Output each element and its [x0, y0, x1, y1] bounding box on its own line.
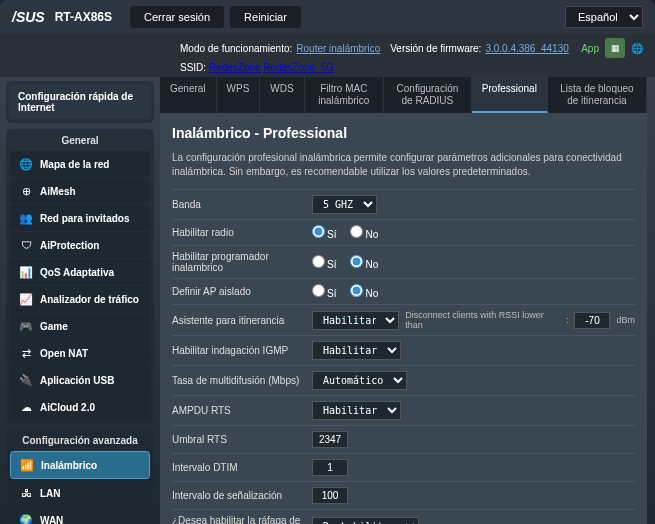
tab-general[interactable]: General	[160, 77, 217, 113]
mode-label: Modo de funcionamiento:	[180, 43, 292, 54]
nat-icon: ⇄	[18, 345, 34, 361]
sidebar-item-wireless[interactable]: 📶Inalámbrico	[10, 451, 150, 479]
sched-yes[interactable]: Sí	[312, 255, 336, 270]
shield-icon: 🛡	[18, 237, 34, 253]
sched-no[interactable]: No	[350, 255, 378, 270]
globe-icon[interactable]: 🌐	[631, 43, 643, 54]
dtim-input[interactable]	[312, 459, 348, 476]
mcast-select[interactable]: Automático	[312, 371, 407, 390]
sidebar-item-wan[interactable]: 🌍WAN	[10, 507, 150, 524]
wan-icon: 🌍	[18, 512, 34, 524]
sched-label: Habilitar programador inalambrico	[172, 251, 312, 273]
sidebar: Configuración rápida de Internet General…	[0, 77, 160, 524]
sidebar-item-lan[interactable]: 🖧LAN	[10, 480, 150, 506]
ssid-label: SSID:	[180, 62, 206, 73]
ssid-bar: SSID: RedesZone RedesZone_5G	[0, 62, 655, 77]
tab-professional[interactable]: Professional	[472, 77, 548, 113]
tab-wds[interactable]: WDS	[260, 77, 304, 113]
roam-hint: Disconnect clients with RSSI lower than	[405, 310, 560, 330]
tab-roaming-block[interactable]: Lista de bloqueo de itinerancia	[548, 77, 647, 113]
tab-wps[interactable]: WPS	[217, 77, 261, 113]
chart-icon: 📈	[18, 291, 34, 307]
rssi-unit: dBm	[616, 315, 635, 325]
guest-icon: 👥	[18, 210, 34, 226]
roam-label: Asistente para itinerancia	[172, 315, 312, 326]
apiso-yes[interactable]: Sí	[312, 284, 336, 299]
language-select[interactable]: Español	[565, 6, 643, 28]
fw-link[interactable]: 3.0.0.4.386_44130	[485, 43, 568, 54]
sidebar-item-aicloud[interactable]: ☁AiCloud 2.0	[10, 394, 150, 420]
sidebar-item-game[interactable]: 🎮Game	[10, 313, 150, 339]
sidebar-item-aimesh[interactable]: ⊕AiMesh	[10, 178, 150, 204]
apiso-no[interactable]: No	[350, 284, 378, 299]
ssid2-link[interactable]: RedesZone_5G	[263, 62, 334, 73]
ssid1-link[interactable]: RedesZone	[209, 62, 261, 73]
wifi-icon: 📶	[19, 457, 35, 473]
ampdurts-select[interactable]: Habilitar	[312, 401, 401, 420]
sidebar-item-usb[interactable]: 🔌Aplicación USB	[10, 367, 150, 393]
main-content: General WPS WDS Filtro MAC inalámbrico C…	[160, 77, 655, 524]
app-label: App	[581, 43, 599, 54]
sidebar-item-network-map[interactable]: 🌐Mapa de la red	[10, 151, 150, 177]
radio-yes[interactable]: Sí	[312, 225, 336, 240]
tab-mac-filter[interactable]: Filtro MAC inalámbrico	[305, 77, 384, 113]
topbar: /SUS RT-AX86S Cerrar sesión Reiniciar Es…	[0, 0, 655, 34]
globe-icon: 🌐	[18, 156, 34, 172]
page-description: La configuración profesional inalámbrica…	[172, 151, 635, 179]
sidebar-item-guest[interactable]: 👥Red para invitados	[10, 205, 150, 231]
mode-link[interactable]: Router inalámbrico	[296, 43, 380, 54]
tab-radius[interactable]: Configuración de RADIUS	[384, 77, 472, 113]
burst-label: ¿Desea habilitar la ráfaga de transmisió…	[172, 515, 312, 524]
band-select[interactable]: 5 GHZ	[312, 195, 377, 214]
info-bar: Modo de funcionamiento: Router inalámbri…	[0, 34, 655, 62]
beacon-label: Intervalo de señalización	[172, 490, 312, 501]
apiso-label: Definir AP aislado	[172, 286, 312, 297]
cloud-icon: ☁	[18, 399, 34, 415]
beacon-input[interactable]	[312, 487, 348, 504]
model-name: RT-AX86S	[55, 10, 112, 24]
roam-select[interactable]: Habilitar	[312, 311, 399, 330]
burst-select[interactable]: Deshabilitar	[312, 517, 419, 525]
lan-icon: 🖧	[18, 485, 34, 501]
brand-logo: /SUS	[12, 9, 45, 25]
mcast-label: Tasa de multidifusión (Mbps)	[172, 375, 312, 386]
igmp-label: Habilitar indagación IGMP	[172, 345, 312, 356]
rts-input[interactable]	[312, 431, 348, 448]
band-label: Banda	[172, 199, 312, 210]
ampdurts-label: AMPDU RTS	[172, 405, 312, 416]
game-icon: 🎮	[18, 318, 34, 334]
page-title: Inalámbrico - Professional	[172, 125, 635, 141]
sidebar-item-traffic[interactable]: 📈Analizador de tráfico	[10, 286, 150, 312]
radio-no[interactable]: No	[350, 225, 378, 240]
rssi-input[interactable]	[574, 312, 610, 329]
gauge-icon: 📊	[18, 264, 34, 280]
app-icon[interactable]: ▦	[605, 38, 625, 58]
sidebar-item-aiprotection[interactable]: 🛡AiProtection	[10, 232, 150, 258]
logout-button[interactable]: Cerrar sesión	[130, 6, 224, 28]
sidebar-item-qos[interactable]: 📊QoS Adaptativa	[10, 259, 150, 285]
dtim-label: Intervalo DTIM	[172, 462, 312, 473]
fw-label: Versión de firmware:	[390, 43, 481, 54]
usb-icon: 🔌	[18, 372, 34, 388]
sidebar-advanced-header: Configuración avanzada	[6, 431, 154, 450]
sidebar-item-opennat[interactable]: ⇄Open NAT	[10, 340, 150, 366]
sidebar-general-header: General	[6, 131, 154, 150]
mesh-icon: ⊕	[18, 183, 34, 199]
igmp-select[interactable]: Habilitar	[312, 341, 401, 360]
rts-label: Umbral RTS	[172, 434, 312, 445]
tab-bar: General WPS WDS Filtro MAC inalámbrico C…	[160, 77, 647, 113]
radio-label: Habilitar radio	[172, 227, 312, 238]
reboot-button[interactable]: Reiniciar	[230, 6, 301, 28]
sidebar-quick-setup[interactable]: Configuración rápida de Internet	[10, 85, 150, 119]
